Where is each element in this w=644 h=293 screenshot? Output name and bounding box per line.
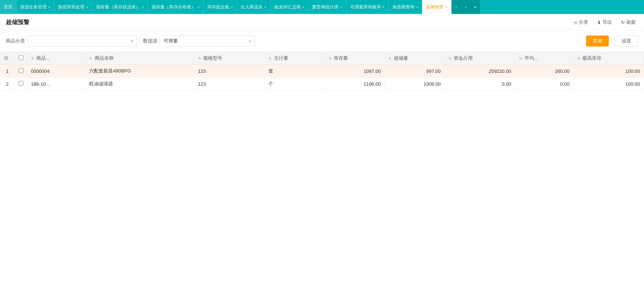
table-header-row: ⚙ ⇅ 商品... ⇅ 商品名称 ⇅ 规格型号 ⇅ [0,52,644,65]
nav-abnormal[interactable]: 拣货异常处理 × [54,0,92,14]
max-stock: 100.00 [573,65,644,78]
close-icon[interactable]: × [445,5,447,9]
inventory: 1097.00 [325,65,385,78]
top-navigation: 首页 拣货任务管理 × 拣货异常处理 × 现存量（库存状况表） × 现存量（库存… [0,0,644,14]
th-max-stock[interactable]: ⇅ 最高库存 [573,52,644,65]
share-icon: ⎋ [574,20,577,25]
datasource-select[interactable]: 可用量 ▾ [160,36,255,47]
th-capital[interactable]: ⇅ 资金占用 [444,52,515,65]
overstock: 1006.00 [385,78,445,90]
sort-icon: ⇅ [449,56,451,60]
category-label: 商品分类 [6,38,25,44]
data-table: ⚙ ⇅ 商品... ⇅ 商品名称 ⇅ 规格型号 ⇅ [0,52,644,90]
spec: 123 [194,78,264,90]
th-spec[interactable]: ⇅ 规格型号 [194,52,264,65]
chevron-down-icon: ▾ [249,39,251,44]
nav-inventory-dist[interactable]: 现存量（库存分布表） × [148,0,203,14]
nav-arrow-right[interactable]: › [461,0,471,14]
export-icon: ⬇ [597,20,601,25]
close-icon[interactable]: × [142,5,144,9]
sort-icon: ⇅ [89,56,92,60]
close-icon[interactable]: × [197,5,199,9]
product-name: 机油滤清器 [85,78,194,90]
row-checkbox[interactable] [19,81,23,86]
row-index: 2 [0,78,15,90]
product-code: 186-10... [27,78,85,90]
refresh-button[interactable]: ↻ 刷新 [619,18,638,26]
close-icon[interactable]: × [264,5,266,9]
sort-icon: ⇅ [329,56,332,60]
table-row: 1 0000004 六配套新昌490BPG 123 套 1097.00 997.… [0,65,644,78]
nav-overstock-warn[interactable]: 超储预警 × [422,0,451,14]
nav-order-summary[interactable]: 要货单统计表 × [308,0,346,14]
spec: 123 [194,65,264,78]
row-checkbox-cell [15,65,27,78]
sort-icon: ⇅ [198,56,201,60]
th-product-name[interactable]: ⇅ 商品名称 [85,52,194,65]
page-header: 超储预警 ⎋ 分享 ⬇ 导出 ↻ 刷新 [0,14,644,30]
category-filter-group: 商品分类 ▾ [6,36,137,47]
chevron-down-icon: ▾ [131,39,133,44]
table-row: 2 186-10... 机油滤清器 123 个 1106.00 1006.00 … [0,78,644,90]
nav-batch-account[interactable]: 库存批次账 × [204,0,237,14]
th-overstock[interactable]: ⇅ 超储量 [385,52,445,65]
nav-arrow-close[interactable]: × [471,0,480,14]
nav-home[interactable]: 首页 [0,0,17,14]
th-checkbox [15,52,27,65]
overstock: 997.00 [385,65,445,78]
share-button[interactable]: ⎋ 分享 [572,18,590,26]
sort-icon: ⇅ [268,56,271,60]
close-icon[interactable]: × [302,5,304,9]
query-button[interactable]: 查询 [586,36,609,47]
filter-buttons: 查询 设置 [586,36,638,47]
sort-icon: ⇅ [31,56,34,60]
th-avg[interactable]: ⇅ 平均... [515,52,573,65]
th-product-code[interactable]: ⇅ 商品... [27,52,85,65]
nav-available-account[interactable]: 可用量库存账本 × [347,0,389,14]
category-select[interactable]: ▾ [27,36,137,47]
close-icon[interactable]: × [231,5,233,9]
nav-inout-flow[interactable]: 出入库流水 × [237,0,270,14]
row-checkbox[interactable] [19,68,23,73]
product-name: 六配套新昌490BPG [85,65,194,78]
close-icon[interactable]: × [383,5,385,9]
settings-button[interactable]: 设置 [615,36,638,47]
row-index: 1 [0,65,15,78]
th-unit[interactable]: ⇅ 主计量 [264,52,325,65]
datasource-value: 可用量 [164,38,178,44]
unit: 个 [264,78,325,90]
nav-task-mgmt[interactable]: 拣货任务管理 × [17,0,54,14]
gear-icon[interactable]: ⚙ [4,55,8,61]
capital: 0.00 [444,78,515,90]
sort-icon: ⇅ [388,56,391,60]
th-inventory[interactable]: ⇅ 库存量 [325,52,385,65]
main-content: 超储预警 ⎋ 分享 ⬇ 导出 ↻ 刷新 商品分类 ▾ 数据源 [0,14,644,293]
close-icon[interactable]: × [48,5,50,9]
nav-inventory-status[interactable]: 现存量（库存状况表） × [92,0,148,14]
page-actions: ⎋ 分享 ⬇ 导出 ↻ 刷新 [572,18,638,26]
nav-arrow-left[interactable]: ‹ [451,0,461,14]
nav-quality-check[interactable]: 保质期查询 × [389,0,422,14]
page-title: 超储预警 [6,19,29,26]
close-icon[interactable]: × [416,5,418,9]
datasource-label: 数据源 [143,38,157,44]
sort-icon: ⇅ [577,56,580,60]
close-icon[interactable]: × [86,5,88,9]
sort-icon: ⇅ [519,56,522,60]
nav-receive-summary[interactable]: 收发存汇总表 × [271,0,308,14]
avg: 0.00 [515,78,573,90]
export-button[interactable]: ⬇ 导出 [595,18,614,26]
unit: 套 [264,65,325,78]
filter-row: 商品分类 ▾ 数据源 可用量 ▾ 查询 设置 [0,30,644,52]
row-checkbox-cell [15,78,27,90]
inventory: 1106.00 [325,78,385,90]
datasource-filter-group: 数据源 可用量 ▾ [143,36,255,47]
close-icon[interactable]: × [340,5,342,9]
capital: 259220.00 [444,65,515,78]
th-settings: ⚙ [0,52,15,65]
select-all-checkbox[interactable] [19,55,23,60]
max-stock: 100.00 [573,78,644,90]
refresh-icon: ↻ [621,20,625,25]
avg: 260.00 [515,65,573,78]
product-code: 0000004 [27,65,85,78]
